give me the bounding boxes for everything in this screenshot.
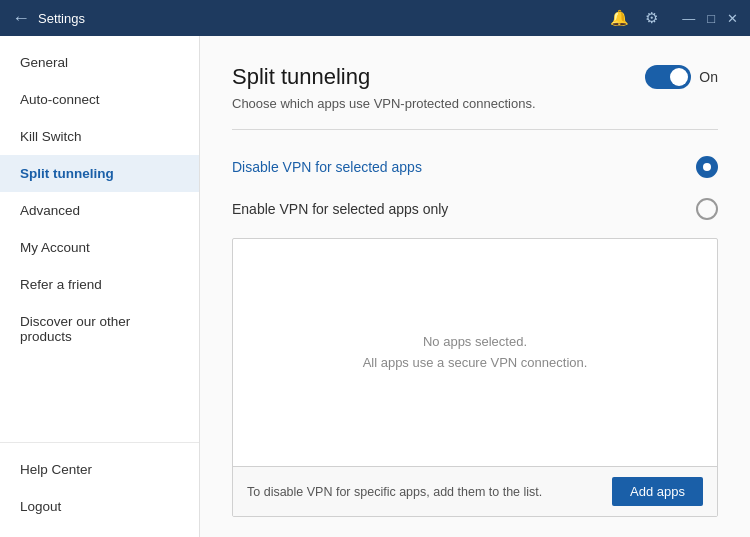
bell-icon[interactable]: 🔔 bbox=[610, 9, 629, 27]
section-divider bbox=[232, 129, 718, 130]
page-title: Split tunneling bbox=[232, 64, 370, 90]
sidebar-label-kill-switch: Kill Switch bbox=[20, 129, 82, 144]
sidebar-label-auto-connect: Auto-connect bbox=[20, 92, 100, 107]
toggle-state-label: On bbox=[699, 69, 718, 85]
toggle-container[interactable]: On bbox=[645, 65, 718, 89]
title-bar-controls: 🔔 ⚙ — □ ✕ bbox=[610, 9, 738, 27]
radio-inner-filled bbox=[703, 163, 711, 171]
option-disable-vpn-label: Disable VPN for selected apps bbox=[232, 159, 422, 175]
sidebar: General Auto-connect Kill Switch Split t… bbox=[0, 36, 200, 537]
footer-hint: To disable VPN for specific apps, add th… bbox=[247, 485, 542, 499]
main-content: Split tunneling On Choose which apps use… bbox=[200, 36, 750, 537]
title-bar-left: ← Settings bbox=[12, 8, 85, 29]
app-title: Settings bbox=[38, 11, 85, 26]
apps-empty-line1: No apps selected. bbox=[363, 332, 588, 353]
sidebar-item-kill-switch[interactable]: Kill Switch bbox=[0, 118, 199, 155]
sidebar-item-refer-friend[interactable]: Refer a friend bbox=[0, 266, 199, 303]
split-tunneling-toggle[interactable] bbox=[645, 65, 691, 89]
apps-footer: To disable VPN for specific apps, add th… bbox=[233, 466, 717, 516]
sidebar-nav: General Auto-connect Kill Switch Split t… bbox=[0, 36, 199, 442]
window-controls: — □ ✕ bbox=[682, 11, 738, 26]
minimize-button[interactable]: — bbox=[682, 11, 695, 26]
sidebar-item-advanced[interactable]: Advanced bbox=[0, 192, 199, 229]
sidebar-label-logout: Logout bbox=[20, 499, 61, 514]
page-header: Split tunneling On bbox=[232, 64, 718, 90]
radio-disable-vpn[interactable] bbox=[696, 156, 718, 178]
sidebar-item-general[interactable]: General bbox=[0, 44, 199, 81]
sidebar-item-discover-products[interactable]: Discover our other products bbox=[0, 303, 199, 355]
option-enable-vpn-only[interactable]: Enable VPN for selected apps only bbox=[232, 188, 718, 230]
sidebar-bottom: Help Center Logout bbox=[0, 442, 199, 537]
add-apps-button[interactable]: Add apps bbox=[612, 477, 703, 506]
sidebar-label-advanced: Advanced bbox=[20, 203, 80, 218]
apps-area: No apps selected. All apps use a secure … bbox=[233, 239, 717, 466]
radio-enable-vpn-only[interactable] bbox=[696, 198, 718, 220]
maximize-button[interactable]: □ bbox=[707, 11, 715, 26]
sidebar-label-my-account: My Account bbox=[20, 240, 90, 255]
sidebar-label-general: General bbox=[20, 55, 68, 70]
apps-empty-line2: All apps use a secure VPN connection. bbox=[363, 353, 588, 374]
apps-empty-message: No apps selected. All apps use a secure … bbox=[363, 332, 588, 374]
sidebar-item-split-tunneling[interactable]: Split tunneling bbox=[0, 155, 199, 192]
gear-icon[interactable]: ⚙ bbox=[645, 9, 658, 27]
apps-box: No apps selected. All apps use a secure … bbox=[232, 238, 718, 517]
sidebar-label-split-tunneling: Split tunneling bbox=[20, 166, 114, 181]
sidebar-item-logout[interactable]: Logout bbox=[0, 488, 199, 525]
sidebar-item-help-center[interactable]: Help Center bbox=[0, 451, 199, 488]
sidebar-label-refer-friend: Refer a friend bbox=[20, 277, 102, 292]
back-button[interactable]: ← bbox=[12, 8, 30, 29]
title-bar: ← Settings 🔔 ⚙ — □ ✕ bbox=[0, 0, 750, 36]
option-enable-vpn-only-label: Enable VPN for selected apps only bbox=[232, 201, 448, 217]
option-disable-vpn[interactable]: Disable VPN for selected apps bbox=[232, 146, 718, 188]
sidebar-label-help-center: Help Center bbox=[20, 462, 92, 477]
sidebar-item-my-account[interactable]: My Account bbox=[0, 229, 199, 266]
close-button[interactable]: ✕ bbox=[727, 11, 738, 26]
page-subtitle: Choose which apps use VPN-protected conn… bbox=[232, 96, 718, 111]
sidebar-item-auto-connect[interactable]: Auto-connect bbox=[0, 81, 199, 118]
app-body: General Auto-connect Kill Switch Split t… bbox=[0, 36, 750, 537]
sidebar-label-discover-products: Discover our other products bbox=[20, 314, 179, 344]
